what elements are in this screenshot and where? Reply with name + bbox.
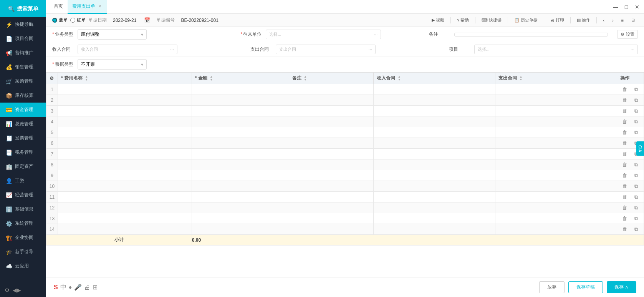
cell-amount-4[interactable] bbox=[192, 116, 289, 127]
tab-close-expense[interactable]: ✕ bbox=[98, 4, 102, 8]
cell-note-14[interactable] bbox=[289, 224, 374, 235]
copy-btn-11[interactable]: ⧉ bbox=[632, 193, 640, 201]
cell-note-13[interactable] bbox=[289, 213, 374, 224]
cell-amount-13[interactable] bbox=[192, 213, 289, 224]
cell-note-4[interactable] bbox=[289, 116, 374, 127]
print-btn[interactable]: 🖨 打印 bbox=[547, 16, 567, 24]
brand-icon-print[interactable]: 🖨 bbox=[84, 284, 90, 291]
cell-expense-contract-2[interactable] bbox=[495, 95, 617, 106]
cell-amount-10[interactable] bbox=[192, 181, 289, 192]
sidebar-item-cloud-apps[interactable]: ☁️云应用 bbox=[0, 259, 46, 273]
settings-bottom-icon[interactable]: ⚙ bbox=[5, 287, 10, 293]
copy-btn-14[interactable]: ⧉ bbox=[632, 225, 640, 234]
cell-income-contract-10[interactable] bbox=[374, 181, 495, 192]
cell-amount-7[interactable] bbox=[192, 149, 289, 159]
cell-expense-name-1[interactable] bbox=[58, 84, 192, 95]
green-side-tab[interactable]: CIA bbox=[636, 141, 644, 156]
cell-expense-name-9[interactable] bbox=[58, 170, 192, 181]
brand-icon-dot[interactable]: ♦ bbox=[69, 284, 72, 291]
brand-icon-grid[interactable]: ⊞ bbox=[93, 284, 98, 291]
cell-income-contract-14[interactable] bbox=[374, 224, 495, 235]
cell-expense-name-13[interactable] bbox=[58, 213, 192, 224]
copy-btn-2[interactable]: ⧉ bbox=[632, 96, 640, 105]
delete-btn-1[interactable]: 🗑 bbox=[621, 85, 629, 93]
cell-expense-contract-5[interactable] bbox=[495, 127, 617, 138]
cell-income-contract-7[interactable] bbox=[374, 149, 495, 159]
settings-btn[interactable]: ⚙ 设置 bbox=[617, 30, 638, 39]
sort-icon[interactable]: ▲▼ bbox=[85, 75, 88, 81]
sidebar-item-payroll[interactable]: 👤工资 bbox=[0, 174, 46, 188]
cell-income-contract-13[interactable] bbox=[374, 213, 495, 224]
history-btn[interactable]: 📋 历史单据 bbox=[511, 16, 541, 24]
cell-expense-name-4[interactable] bbox=[58, 116, 192, 127]
cell-income-contract-1[interactable] bbox=[374, 84, 495, 95]
nav-prev-btn[interactable]: ‹ bbox=[600, 17, 608, 24]
delete-btn-3[interactable]: 🗑 bbox=[621, 106, 629, 115]
cell-note-3[interactable] bbox=[289, 106, 374, 116]
cell-note-11[interactable] bbox=[289, 192, 374, 202]
video-btn[interactable]: ▶ 视频 bbox=[429, 16, 447, 24]
cell-expense-contract-10[interactable] bbox=[495, 181, 617, 192]
cell-expense-contract-9[interactable] bbox=[495, 170, 617, 181]
help-btn[interactable]: ? 帮助 bbox=[454, 16, 472, 24]
copy-btn-4[interactable]: ⧉ bbox=[632, 118, 640, 126]
cell-amount-1[interactable] bbox=[192, 84, 289, 95]
cell-amount-3[interactable] bbox=[192, 106, 289, 116]
cell-expense-name-8[interactable] bbox=[58, 159, 192, 170]
copy-btn-9[interactable]: ⧉ bbox=[632, 171, 640, 180]
cell-expense-contract-6[interactable] bbox=[495, 138, 617, 149]
cell-expense-name-12[interactable] bbox=[58, 202, 192, 213]
maximize-btn[interactable]: □ bbox=[622, 3, 630, 11]
copy-btn-8[interactable]: ⧉ bbox=[632, 161, 640, 169]
cell-note-8[interactable] bbox=[289, 159, 374, 170]
sidebar-item-fixed-assets[interactable]: 🏢固定资产 bbox=[0, 159, 46, 174]
sidebar-item-enterprise[interactable]: 🏗️企业协同 bbox=[0, 231, 46, 245]
cell-note-9[interactable] bbox=[289, 170, 374, 181]
cell-income-contract-11[interactable] bbox=[374, 192, 495, 202]
close-btn[interactable]: ✕ bbox=[633, 3, 641, 11]
copy-btn-13[interactable]: ⧉ bbox=[632, 214, 640, 223]
cell-expense-name-11[interactable] bbox=[58, 192, 192, 202]
sidebar-item-inventory[interactable]: 📦库存核算 bbox=[0, 88, 46, 103]
sidebar-header[interactable]: 🔍 搜索菜单 bbox=[0, 0, 46, 17]
cell-note-2[interactable] bbox=[289, 95, 374, 106]
cell-expense-contract-13[interactable] bbox=[495, 213, 617, 224]
sort-icon-expense[interactable]: ▲▼ bbox=[520, 75, 523, 81]
copy-btn-12[interactable]: ⧉ bbox=[632, 204, 640, 212]
cell-income-contract-2[interactable] bbox=[374, 95, 495, 106]
radio-red[interactable]: 红单 bbox=[70, 17, 86, 23]
cell-expense-contract-4[interactable] bbox=[495, 116, 617, 127]
cell-amount-12[interactable] bbox=[192, 202, 289, 213]
income-contract-input[interactable]: 收入合同 ··· bbox=[78, 45, 177, 54]
cell-expense-name-2[interactable] bbox=[58, 95, 192, 106]
cell-expense-contract-14[interactable] bbox=[495, 224, 617, 235]
cell-expense-name-14[interactable] bbox=[58, 224, 192, 235]
delete-btn-9[interactable]: 🗑 bbox=[621, 171, 629, 179]
sidebar-item-quick-nav[interactable]: ⚡快捷导航 bbox=[0, 17, 46, 32]
biz-type-select[interactable]: 应付调整 ▾ bbox=[78, 29, 147, 40]
radio-red-input[interactable] bbox=[70, 18, 75, 23]
cell-income-contract-9[interactable] bbox=[374, 170, 495, 181]
cell-income-contract-12[interactable] bbox=[374, 202, 495, 213]
remark-input[interactable] bbox=[454, 33, 608, 37]
cell-amount-11[interactable] bbox=[192, 192, 289, 202]
cell-expense-name-3[interactable] bbox=[58, 106, 192, 116]
cell-note-10[interactable] bbox=[289, 181, 374, 192]
copy-btn-1[interactable]: ⧉ bbox=[632, 85, 640, 94]
view-grid-btn[interactable]: ⊞ bbox=[628, 17, 638, 24]
copy-btn-10[interactable]: ⧉ bbox=[632, 182, 640, 191]
tab-home[interactable]: 首页 bbox=[49, 0, 68, 14]
delete-btn-8[interactable]: 🗑 bbox=[621, 160, 629, 169]
save-button[interactable]: 保存 ∧ bbox=[607, 281, 636, 293]
cell-expense-contract-11[interactable] bbox=[495, 192, 617, 202]
cell-expense-contract-1[interactable] bbox=[495, 84, 617, 95]
sidebar-item-marketing[interactable]: 📢营销推广 bbox=[0, 46, 46, 60]
tab-expense[interactable]: 费用支出单✕ bbox=[68, 0, 107, 14]
cell-expense-name-6[interactable] bbox=[58, 138, 192, 149]
delete-btn-14[interactable]: 🗑 bbox=[621, 225, 629, 233]
expense-contract-input[interactable]: 支出合同 ··· bbox=[276, 45, 376, 54]
cell-expense-contract-3[interactable] bbox=[495, 106, 617, 116]
cell-expense-name-10[interactable] bbox=[58, 181, 192, 192]
cell-note-7[interactable] bbox=[289, 149, 374, 159]
sort-icon-income[interactable]: ▲▼ bbox=[398, 75, 401, 81]
